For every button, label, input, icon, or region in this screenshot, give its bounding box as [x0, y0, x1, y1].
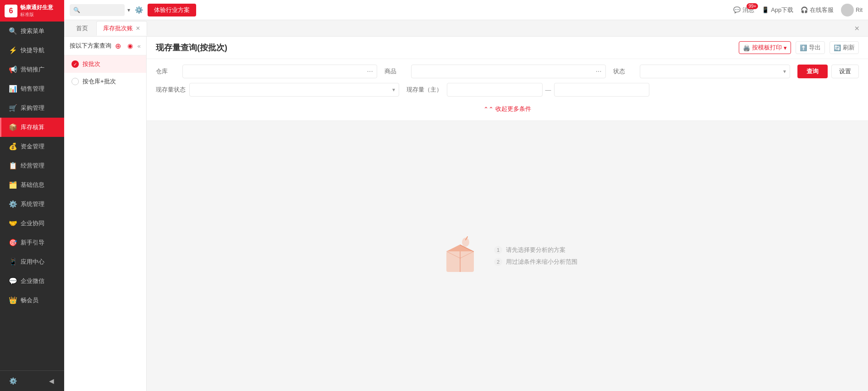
warehouse-input[interactable]: ···	[182, 65, 377, 78]
sidebar-item-member[interactable]: 👑 畅会员	[0, 291, 64, 310]
sidebar-item-enterprise[interactable]: 🤝 企业协同	[0, 214, 64, 233]
sales-icon: 📊	[9, 85, 17, 93]
empty-tips: 1 请先选择要分析的方案 2 用过滤条件来缩小分析范围	[494, 246, 577, 266]
tab-close-icon[interactable]: ✕	[136, 25, 140, 32]
svg-marker-1	[446, 244, 474, 251]
sidebar-item-search[interactable]: 🔍 搜索菜单	[0, 22, 64, 41]
phone-icon: 📱	[762, 6, 769, 13]
sidebar-item-label: 新手引导	[21, 239, 44, 247]
search-menu-icon: 🔍	[9, 27, 17, 35]
app-download-button[interactable]: 📱 App下载	[762, 6, 793, 14]
filter-settings-button[interactable]: 设置	[831, 65, 859, 78]
user-profile[interactable]: Rit	[841, 4, 863, 16]
sidebar-item-marketing[interactable]: 📢 营销推广	[0, 60, 64, 79]
warehouse-more-icon[interactable]: ···	[367, 67, 373, 76]
export-icon: ⬆️	[800, 44, 807, 51]
status-input[interactable]: ▾	[640, 65, 790, 78]
newbie-icon: 🎯	[9, 239, 17, 247]
inventory-quantity-min[interactable]	[447, 83, 543, 97]
sidebar: 6 畅康通好生意 标准版 🔍 搜索菜单 ⚡ 快捷导航 📢 营销推广 📊 销售管理…	[0, 0, 64, 391]
settings-icon[interactable]: ⚙️	[7, 375, 18, 386]
content-area: 按以下方案查询 ⊕ ◉ « ✓ 按批次 按仓库+批次 现存量查询(按批次)	[64, 37, 868, 391]
sidebar-item-label: 销售管理	[21, 85, 44, 93]
sidebar-item-label: 应用中心	[21, 258, 44, 266]
sidebar-item-purchase[interactable]: 🛒 采购管理	[0, 98, 64, 118]
messages-button[interactable]: 💬 消息 99+	[733, 6, 754, 14]
tab-inventory-batch-label: 库存批次账	[103, 24, 133, 33]
sidebar-item-sales[interactable]: 📊 销售管理	[0, 79, 64, 98]
quantity-dash: —	[545, 87, 551, 93]
search-box[interactable]: 🔍	[70, 4, 125, 16]
chevron-down-icon: ▾	[784, 44, 787, 51]
inventory-quantity-max[interactable]	[554, 83, 650, 97]
chevron-down-icon: ▾	[392, 87, 395, 93]
scheme-item-by-batch[interactable]: ✓ 按批次	[64, 55, 146, 73]
system-icon: ⚙️	[9, 200, 17, 208]
filter-row-2: 现存量状态 ▾ 现存量（主） —	[156, 83, 859, 97]
add-scheme-button[interactable]: ⊕	[114, 41, 123, 50]
topbar: 🔍 ▾ ⚙️ 体验行业方案 💬 消息 99+ 📱 App下载 🎧 在线客服	[64, 0, 868, 20]
product-input[interactable]: ···	[411, 65, 606, 78]
sidebar-item-system[interactable]: ⚙️ 系统管理	[0, 195, 64, 214]
scheme-settings-icon[interactable]: ◉	[126, 41, 135, 50]
empty-illustration	[437, 233, 483, 279]
warehouse-label: 仓库	[156, 67, 179, 76]
tab-home[interactable]: 首页	[70, 22, 94, 35]
sidebar-header: 6 畅康通好生意 标准版	[0, 0, 64, 22]
collapse-label: 收起更多条件	[495, 105, 531, 113]
refresh-button[interactable]: 🔄 刷新	[830, 41, 859, 54]
scheme-item-label: 按仓库+批次	[82, 77, 116, 86]
sidebar-item-finance[interactable]: 💰 资金管理	[0, 137, 64, 156]
page-close-button[interactable]: ✕	[852, 23, 863, 34]
product-filter: 商品 ···	[385, 65, 606, 78]
tab-inventory-batch[interactable]: 库存批次账 ✕	[96, 21, 147, 36]
left-panel-title: 按以下方案查询	[70, 42, 111, 50]
status-label: 状态	[613, 67, 636, 76]
sidebar-item-label: 基础信息	[21, 181, 44, 189]
brand-sub: 标准版	[20, 11, 53, 18]
collapse-panel-button[interactable]: «	[137, 43, 141, 49]
sidebar-item-appstore[interactable]: 📱 应用中心	[0, 252, 64, 272]
topbar-dropdown[interactable]: ▾	[127, 7, 130, 13]
sidebar-item-operations[interactable]: 📋 经营管理	[0, 156, 64, 175]
inventory-status-label: 现存量状态	[156, 86, 186, 94]
tip-text-2: 用过滤条件来缩小分析范围	[506, 258, 577, 266]
sidebar-item-label: 经营管理	[21, 162, 44, 170]
chevron-down-icon: ▾	[127, 7, 130, 13]
tip-number-1: 1	[494, 246, 502, 254]
topbar-gear-icon[interactable]: ⚙️	[133, 4, 145, 16]
user-name: Rit	[856, 7, 863, 13]
inventory-icon: 📦	[9, 123, 17, 131]
product-more-icon[interactable]: ···	[595, 67, 601, 76]
scheme-item-by-warehouse-batch[interactable]: 按仓库+批次	[64, 73, 146, 90]
export-button[interactable]: ⬆️ 导出	[796, 41, 825, 54]
app-brand: 畅康通好生意 标准版	[20, 4, 53, 18]
query-button[interactable]: 查询	[797, 65, 828, 78]
right-panel: 现存量查询(按批次) 🖨️ 按模板打印 ▾ ⬆️ 导出 🔄 刷新	[147, 37, 868, 391]
collapse-sidebar-icon[interactable]: ◀	[46, 375, 57, 386]
sidebar-footer: ⚙️ ◀	[0, 370, 64, 391]
app-logo: 6	[5, 5, 17, 17]
sidebar-item-label: 畅会员	[21, 296, 38, 304]
inventory-status-input[interactable]: ▾	[189, 83, 399, 97]
sidebar-item-basic[interactable]: 🗂️ 基础信息	[0, 175, 64, 195]
sidebar-item-inventory[interactable]: 📦 库存核算	[0, 118, 64, 137]
app-download-label: App下载	[771, 6, 793, 14]
inventory-status-filter: 现存量状态 ▾	[156, 83, 399, 97]
search-icon: 🔍	[73, 7, 80, 13]
sidebar-item-label: 快捷导航	[21, 46, 44, 54]
left-panel-header: 按以下方案查询 ⊕ ◉ «	[64, 37, 146, 55]
sidebar-item-newbie[interactable]: 🎯 新手引导	[0, 233, 64, 252]
sidebar-item-wechat[interactable]: 💬 企业微信	[0, 272, 64, 291]
collapse-filters-button[interactable]: ⌃⌃ 收起更多条件	[478, 103, 537, 115]
trial-button[interactable]: 体验行业方案	[148, 4, 196, 16]
sidebar-item-quicknav[interactable]: ⚡ 快捷导航	[0, 41, 64, 60]
customer-service-button[interactable]: 🎧 在线客服	[801, 6, 834, 14]
inventory-quantity-label: 现存量（主）	[407, 86, 443, 94]
warehouse-filter: 仓库 ···	[156, 65, 377, 78]
print-template-button[interactable]: 🖨️ 按模板打印 ▾	[739, 41, 791, 54]
left-panel-actions: ⊕ ◉ «	[114, 41, 141, 50]
brand-name: 畅康通好生意	[20, 4, 53, 11]
inventory-quantity-filter: 现存量（主） —	[407, 83, 650, 97]
marketing-icon: 📢	[9, 65, 17, 74]
